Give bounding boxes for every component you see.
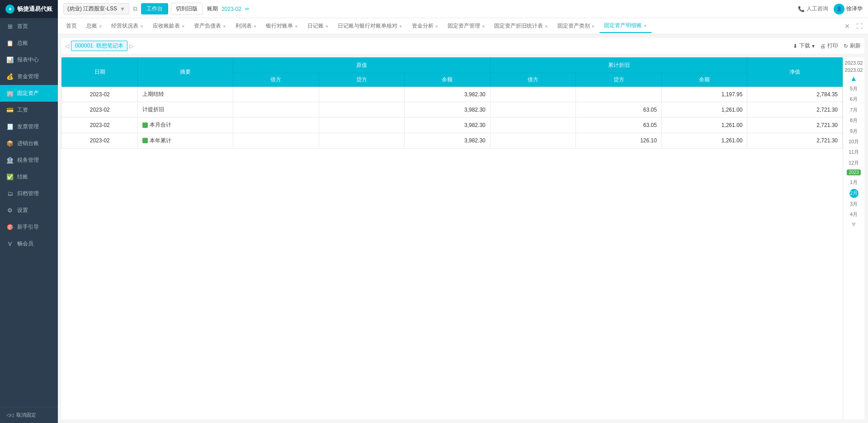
timeline-current-month-wrapper[interactable]: 2月	[849, 188, 859, 199]
unpin-sidebar-button[interactable]: ◁◁ 取消固定	[0, 407, 58, 423]
tab-ledger[interactable]: 总账 ×	[82, 19, 107, 33]
cell-net-value: 2,784.35	[747, 87, 843, 102]
timeline-month-1[interactable]: 1月	[843, 177, 864, 188]
sidebar-item-tax[interactable]: 🏦 税务管理	[0, 152, 58, 169]
sidebar-item-home[interactable]: ⊞ 首页	[0, 18, 58, 35]
main-content: (劝业) 江西股室-LSS ▼ ⧉ 工作台 切到旧版 账期 2023-02 ✏ …	[58, 0, 868, 423]
cell-depr-balance: 1,261.00	[661, 102, 747, 118]
user-avatar: 👤	[834, 4, 844, 14]
tab-ledger-close[interactable]: ×	[99, 24, 102, 29]
nav-prev-arrow[interactable]: ◁	[65, 43, 69, 49]
period-edit-icon[interactable]: ✏	[245, 6, 250, 12]
tab-fund-analysis[interactable]: 资金分析 ×	[407, 19, 443, 33]
timeline-month-6[interactable]: 6月	[843, 94, 864, 104]
sidebar-item-fixed-assets[interactable]: 🏢 固定资产	[0, 85, 58, 102]
tab-fixed-mgmt-close[interactable]: ×	[482, 24, 485, 29]
asset-tab[interactable]: 000001 联想笔记本	[71, 41, 127, 51]
sidebar-item-settlement[interactable]: ✅ 结账	[0, 169, 58, 185]
download-icon: ⬇	[793, 43, 797, 49]
sidebar-item-invoices[interactable]: 🧾 发票管理	[0, 118, 58, 135]
tab-journal[interactable]: 日记账 ×	[303, 19, 333, 33]
tab-fund-label: 资金分析	[412, 22, 434, 30]
tab-home[interactable]: 首页	[61, 19, 82, 33]
tab-profit-close[interactable]: ×	[254, 24, 256, 29]
sidebar-item-label: 总账	[17, 39, 28, 47]
maximize-button[interactable]: ⛶	[854, 22, 864, 31]
tab-bank-check-close[interactable]: ×	[399, 24, 402, 29]
cell-depr-debit	[490, 133, 576, 149]
sidebar-item-label: 归档管理	[17, 190, 39, 197]
switch-version-button[interactable]: 切到旧版	[171, 3, 203, 15]
home-icon: ⊞	[6, 23, 14, 30]
tab-balance-sheet[interactable]: 资产负债表 ×	[189, 19, 231, 33]
timeline-down-arrow[interactable]: ▼	[849, 220, 859, 230]
sidebar-item-vip[interactable]: V 畅会员	[0, 235, 58, 252]
tab-bank-check[interactable]: 日记账与银行对账单核对 ×	[333, 19, 407, 33]
timeline-month-3[interactable]: 3月	[843, 199, 864, 209]
timeline-month-11[interactable]: 11月	[843, 147, 864, 157]
print-button[interactable]: 🖨 打印	[820, 42, 838, 50]
tab-profit[interactable]: 利润表 ×	[231, 19, 261, 33]
tab-fixed-depr[interactable]: 固定资产折旧统计表 ×	[490, 19, 552, 33]
tab-fixed-mgmt[interactable]: 固定资产管理 ×	[443, 19, 490, 33]
tab-receivable[interactable]: 应收账龄表 ×	[148, 19, 189, 33]
tab-fixed-type[interactable]: 固定资产类别 ×	[553, 19, 599, 33]
page-content: ◁ 000001 联想笔记本 ▷ ⬇ 下载 ▾ 🖨 打印	[58, 34, 868, 423]
tab-mgmt-status[interactable]: 经营状况表 ×	[107, 19, 148, 33]
sidebar-item-payroll[interactable]: 💳 工资	[0, 102, 58, 118]
tab-fixed-depr-close[interactable]: ×	[545, 24, 547, 29]
tab-bank-stmt[interactable]: 银行对账单 ×	[261, 19, 302, 33]
col-depr-credit: 贷方	[576, 73, 662, 87]
refresh-button[interactable]: ↻ 刷新	[844, 42, 861, 50]
timeline-month-10[interactable]: 10月	[843, 136, 864, 147]
timeline-month-8[interactable]: 8月	[843, 115, 864, 126]
reports-icon: 📊	[6, 56, 14, 64]
sidebar-item-label: 发票管理	[17, 123, 39, 131]
tab-bank-close[interactable]: ×	[295, 24, 297, 29]
sidebar-item-sales[interactable]: 📦 进销台账	[0, 135, 58, 152]
cell-date: 2023-02	[62, 87, 138, 102]
sidebar-item-guide[interactable]: 🎯 新手引导	[0, 219, 58, 235]
tab-fixed-detail-label: 固定资产明细账	[604, 22, 642, 29]
cell-depr-balance: 1,261.00	[661, 133, 747, 149]
tab-fund-close[interactable]: ×	[435, 24, 438, 29]
workbench-button[interactable]: 工作台	[141, 3, 168, 14]
copy-icon[interactable]: ⧉	[133, 5, 137, 13]
timeline-month-7[interactable]: 7月	[843, 105, 864, 115]
sidebar-item-settings[interactable]: ⚙ 设置	[0, 202, 58, 219]
table-row: 2023-02 本年累计 3,982.30 126.10 1,261.00 2,…	[62, 133, 843, 149]
user-profile[interactable]: 👤 徐泽华	[834, 4, 863, 14]
close-all-tabs-button[interactable]: ✕	[843, 22, 852, 31]
tab-fixed-detail[interactable]: 固定资产明细账 ×	[599, 19, 651, 33]
cell-depr-debit	[490, 102, 576, 118]
sub-navigation: ◁ 000001 联想笔记本 ▷ ⬇ 下载 ▾ 🖨 打印	[61, 38, 864, 54]
timeline-month-5[interactable]: 5月	[843, 84, 864, 94]
tab-receivable-close[interactable]: ×	[182, 24, 184, 29]
company-name: (劝业) 江西股室-LSS	[67, 5, 117, 13]
nav-next-arrow[interactable]: ▷	[129, 43, 133, 49]
timeline-month-4[interactable]: 4月	[843, 209, 864, 220]
cell-orig-credit	[319, 133, 405, 149]
timeline-current-month[interactable]: 2月	[849, 189, 859, 198]
tab-journal-close[interactable]: ×	[326, 24, 328, 29]
data-table-container: 日期 摘要 原值 累计折旧 净值 借方 贷方 余额 借方	[61, 57, 843, 419]
download-button[interactable]: ⬇ 下载 ▾	[793, 42, 815, 50]
tab-balance-close[interactable]: ×	[223, 24, 226, 29]
app-name: 畅捷通易代账	[17, 5, 52, 13]
tab-mgmt-close[interactable]: ×	[140, 24, 143, 29]
customer-service[interactable]: 📞 人工咨询	[798, 5, 828, 13]
tab-bar: 首页 总账 × 经营状况表 × 应收账龄表 × 资产负债表 × 利润表 × 银行…	[58, 18, 868, 34]
period-header-1: 2023.02	[844, 59, 864, 66]
sidebar-item-funds[interactable]: 💰 资金管理	[0, 68, 58, 85]
sidebar-item-reports[interactable]: 📊 报表中心	[0, 52, 58, 68]
timeline-month-9[interactable]: 9月	[843, 126, 864, 136]
cell-net-value: 2,721.30	[747, 118, 843, 133]
sidebar-item-archive[interactable]: 🗂 归档管理	[0, 185, 58, 202]
cell-summary: 上期结转	[138, 87, 233, 102]
sidebar-item-ledger[interactable]: 📋 总账	[0, 35, 58, 52]
tab-fixed-detail-close[interactable]: ×	[644, 23, 646, 28]
timeline-up-arrow[interactable]: ▲	[849, 74, 859, 84]
company-selector[interactable]: (劝业) 江西股室-LSS ▼	[63, 3, 129, 14]
timeline-month-12[interactable]: 12月	[843, 158, 864, 168]
tab-fixed-type-close[interactable]: ×	[592, 24, 594, 29]
